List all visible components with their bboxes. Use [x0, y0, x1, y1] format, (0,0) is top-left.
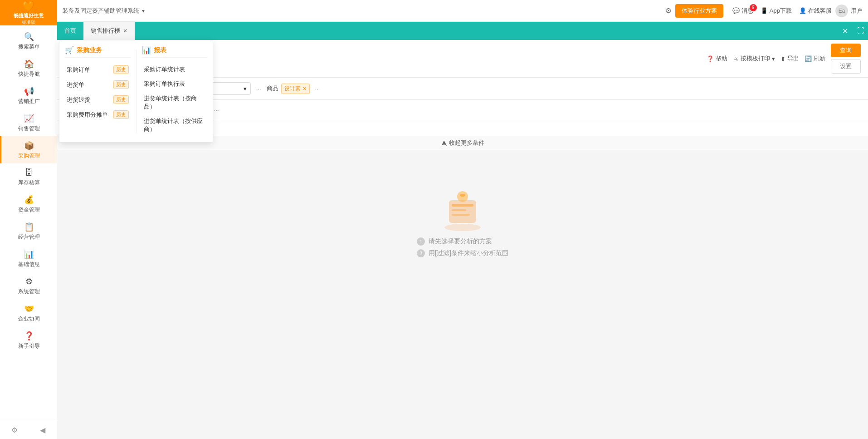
- sidebar-settings-btn[interactable]: ⚙: [11, 426, 18, 434]
- purchase-title-text: 采购业务: [77, 46, 102, 54]
- sidebar-item-search[interactable]: 🔍 搜索菜单: [0, 27, 57, 54]
- sidebar-item-guide[interactable]: ❓ 新手引导: [0, 326, 57, 354]
- help-label: 帮助: [716, 54, 727, 63]
- help-btn[interactable]: ❓ 帮助: [707, 54, 727, 63]
- home-icon: 🏠: [24, 59, 34, 69]
- topbar-settings-icon[interactable]: ⚙: [665, 6, 672, 15]
- sidebar-item-label: 新手引导: [18, 342, 40, 350]
- incoming-product-label: 进货单统计表（按商品）: [144, 94, 206, 111]
- sidebar-item-label: 经营管理: [18, 233, 40, 241]
- tabs-close-btn[interactable]: ✕: [837, 27, 853, 35]
- message-badge: 9: [750, 4, 757, 11]
- sidebar-item-system[interactable]: ⚙ 系统管理: [0, 272, 57, 299]
- finance-icon: 💰: [24, 195, 34, 205]
- dropdown-item-incoming[interactable]: 进货单 历史: [65, 77, 131, 92]
- app-label: App下载: [770, 7, 792, 15]
- sidebar: 🧡 畅捷通好生意 标准版 🔍 搜索菜单 🏠 快捷导航 📢 营销推广 📈 销售管理…: [0, 0, 57, 439]
- order-exec-label: 采购订单执行表: [144, 80, 185, 88]
- sidebar-item-inventory[interactable]: 🗄 库存核算: [0, 163, 57, 190]
- user-label: 用户: [851, 7, 863, 15]
- dropdown-item-expense[interactable]: 采购费用分摊单 历史: [65, 107, 131, 122]
- sidebar-item-finance[interactable]: 💰 资金管理: [0, 190, 57, 217]
- sidebar-item-label: 营销推广: [18, 98, 40, 105]
- settings-btn[interactable]: 设置: [831, 59, 861, 74]
- online-service-btn[interactable]: 👤 在线客服: [799, 7, 832, 15]
- sidebar-item-marketing[interactable]: 📢 营销推广: [0, 82, 57, 109]
- svg-rect-3: [452, 209, 466, 211]
- refresh-btn[interactable]: 🔄 刷新: [805, 54, 825, 63]
- sidebar-item-cooperation[interactable]: 🤝 企业协同: [0, 299, 57, 326]
- sidebar-collapse-btn[interactable]: ◀: [40, 426, 45, 434]
- export-btn[interactable]: ⬆ 导出: [780, 54, 799, 63]
- print-icon: 🖨: [733, 55, 739, 62]
- topbar-actions: 💬 消息 9 📱 App下载 👤 在线客服: [732, 7, 832, 15]
- print-btn[interactable]: 🖨 按模板打印 ▾: [733, 54, 775, 63]
- topbar-dropdown-btn[interactable]: ▾: [142, 8, 145, 14]
- empty-text: 1 请先选择要分析的方案 2 用[过滤]条件来缩小分析范围: [417, 237, 508, 257]
- sidebar-item-label: 采购管理: [18, 152, 40, 160]
- empty-state: 1 请先选择要分析的方案 2 用[过滤]条件来缩小分析范围: [57, 150, 868, 294]
- basic-icon: 📊: [24, 249, 34, 259]
- dropdown-item-order-exec[interactable]: 采购订单执行表: [142, 77, 208, 91]
- incoming-label: 进货单: [67, 81, 84, 89]
- product-tag[interactable]: 设计素 ✕: [281, 84, 310, 94]
- product-tag-close[interactable]: ✕: [302, 86, 307, 92]
- sidebar-item-sales[interactable]: 📈 销售管理: [0, 109, 57, 136]
- dots-1[interactable]: ···: [256, 85, 261, 92]
- history-badge-2: 历史: [113, 95, 129, 104]
- dropdown-item-incoming-product-stats[interactable]: 进货单统计表（按商品）: [142, 91, 208, 114]
- dropdown-reports-col: 📊 报表 采购订单统计表 采购订单执行表 进货单统计表（按商品） 进货单统计表（…: [137, 46, 213, 137]
- sidebar-logo: 🧡 畅捷通好生意 标准版: [0, 0, 57, 25]
- sidebar-nav: 🔍 搜索菜单 🏠 快捷导航 📢 营销推广 📈 销售管理 📦 采购管理 🗄 库存核…: [0, 25, 57, 421]
- guide-icon: ❓: [24, 331, 34, 341]
- dropdown-item-incoming-supplier-stats[interactable]: 进货单统计表（按供应商）: [142, 114, 208, 137]
- message-btn[interactable]: 💬 消息 9: [732, 7, 753, 15]
- dropdown-purchase-title: 🛒 采购业务: [65, 46, 131, 58]
- product-label: 商品: [267, 84, 278, 93]
- tab-close-icon[interactable]: ✕: [123, 28, 127, 34]
- hint-1: 1 请先选择要分析的方案: [417, 237, 508, 246]
- reports-title-icon: 📊: [142, 46, 151, 54]
- dots-2[interactable]: ···: [315, 85, 320, 92]
- user-menu[interactable]: Ea 用户: [835, 5, 863, 17]
- user-avatar: Ea: [835, 5, 848, 17]
- export-icon: ⬆: [780, 55, 785, 62]
- tabs-expand-btn[interactable]: ⛶: [853, 27, 868, 35]
- logo-icon: 🧡: [22, 0, 34, 12]
- service-icon: 👤: [799, 7, 806, 14]
- sidebar-item-quick[interactable]: 🏠 快捷导航: [0, 54, 57, 82]
- dropdown-item-purchase-order[interactable]: 采购订单 历史: [65, 62, 131, 77]
- operation-icon: 📋: [24, 222, 34, 232]
- tab-home[interactable]: 首页: [57, 22, 83, 40]
- refresh-label: 刷新: [814, 54, 825, 63]
- purchase-icon: 📦: [24, 141, 34, 151]
- sidebar-item-basic[interactable]: 📊 基础信息: [0, 245, 57, 272]
- industry-btn[interactable]: 体验行业方案: [675, 4, 723, 18]
- dropdown-item-order-stats[interactable]: 采购订单统计表: [142, 62, 208, 77]
- main-content: 装备及固定资产辅助管理系统 ▾ ⚙ 体验行业方案 💬 消息 9 📱 App下载 …: [57, 0, 868, 439]
- sidebar-item-label: 快捷导航: [18, 70, 40, 78]
- logo-subtitle: 标准版: [22, 19, 35, 25]
- sidebar-item-operation[interactable]: 📋 经营管理: [0, 217, 57, 245]
- history-badge-3: 历史: [113, 110, 129, 119]
- tab-sales-rank[interactable]: 销售排行榜 ✕: [83, 22, 135, 40]
- svg-rect-4: [452, 214, 470, 216]
- export-label: 导出: [787, 54, 799, 63]
- avatar-text: Ea: [839, 8, 845, 14]
- query-btn[interactable]: 查询: [831, 44, 861, 57]
- svg-point-0: [444, 224, 481, 231]
- sidebar-item-label: 资金管理: [18, 206, 40, 214]
- reports-title-text: 报表: [154, 46, 166, 54]
- app-download-btn[interactable]: 📱 App下载: [761, 7, 792, 15]
- dropdown-reports-title: 📊 报表: [142, 46, 208, 58]
- product-filter: 商品 设计素 ✕: [267, 84, 310, 94]
- purchase-title-icon: 🛒: [65, 46, 74, 54]
- sidebar-item-purchase[interactable]: 📦 采购管理: [0, 136, 57, 163]
- inventory-icon: 🗄: [25, 168, 33, 178]
- empty-icon: [435, 187, 490, 232]
- topbar: 装备及固定资产辅助管理系统 ▾ ⚙ 体验行业方案 💬 消息 9 📱 App下载 …: [57, 0, 868, 22]
- dropdown-item-return[interactable]: 进货退货 历史: [65, 92, 131, 107]
- staff-dots[interactable]: ···: [214, 107, 219, 113]
- hint2-text: 用[过滤]条件来缩小分析范围: [429, 249, 508, 257]
- tab-sales-rank-label: 销售排行榜: [91, 27, 120, 35]
